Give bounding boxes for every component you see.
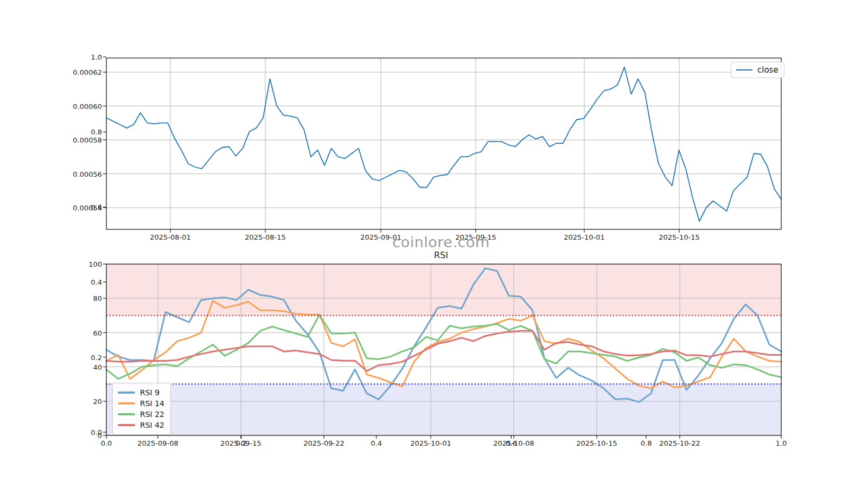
tick-label: 0.00062	[73, 69, 102, 76]
rsi-chart-title: RSI	[434, 250, 448, 260]
tick-label: 0.4	[91, 279, 102, 286]
rsi-legend: RSI 9 RSI 14 RSI 22 RSI 42	[112, 383, 171, 435]
chart-figure: 0.000620.000600.000580.000560.000541.00.…	[0, 0, 868, 488]
tick-label: 2025-09-08	[137, 440, 178, 447]
rsi42-line-sample-icon	[118, 424, 135, 426]
tick-label: 80	[93, 295, 102, 302]
tick-label: 1.0	[91, 54, 102, 61]
tick-label: 0.0	[101, 440, 112, 447]
legend-label: RSI 9	[140, 388, 159, 397]
tick-label: 2025-10-15	[576, 440, 617, 447]
watermark: coinlore.com	[392, 234, 489, 251]
tick-label: 40	[93, 363, 102, 370]
tick-label: 2025-08-01	[150, 234, 191, 241]
tick-label: 20	[93, 398, 102, 405]
tick-label: 0.2	[91, 354, 102, 361]
legend-item-rsi-9: RSI 9	[118, 387, 164, 398]
tick-label: 0.00056	[73, 170, 102, 177]
tick-label: 0.8	[91, 129, 102, 136]
tick-label: 2025-10-01	[564, 234, 605, 241]
tick-label: 2025-10-22	[659, 440, 700, 447]
tick-label: 2025-10-01	[410, 440, 451, 447]
tick-label: 2025-09-22	[303, 440, 344, 447]
price-legend: close	[731, 62, 784, 78]
tick-label: 0.6	[506, 440, 517, 447]
legend-label: RSI 14	[140, 399, 164, 408]
legend-item-rsi-22: RSI 22	[118, 409, 164, 420]
tick-label: 1.0	[776, 440, 787, 447]
legend-item-rsi-14: RSI 14	[118, 398, 164, 409]
rsi9-line-sample-icon	[118, 391, 135, 394]
rsi22-line-sample-icon	[118, 413, 135, 415]
tick-label: 0.4	[371, 440, 382, 447]
tick-label: 2025-10-15	[659, 234, 700, 241]
tick-label: 0.2	[235, 440, 247, 447]
tick-label: 60	[93, 329, 102, 336]
tick-label: 0	[98, 432, 102, 439]
price-legend-label: close	[757, 65, 778, 75]
rsi14-line-sample-icon	[118, 402, 135, 404]
legend-label: RSI 22	[140, 410, 164, 419]
close-line-sample-icon	[736, 69, 752, 70]
tick-label: 0.8	[641, 440, 652, 447]
legend-item-rsi-42: RSI 42	[118, 420, 164, 431]
tick-label: 2025-08-15	[245, 234, 286, 241]
tick-label: 0.00058	[73, 137, 102, 144]
legend-label: RSI 42	[140, 421, 164, 429]
tick-label: 0.00060	[73, 102, 102, 110]
tick-label: 0.6	[91, 203, 102, 210]
tick-label: 100	[88, 261, 102, 268]
